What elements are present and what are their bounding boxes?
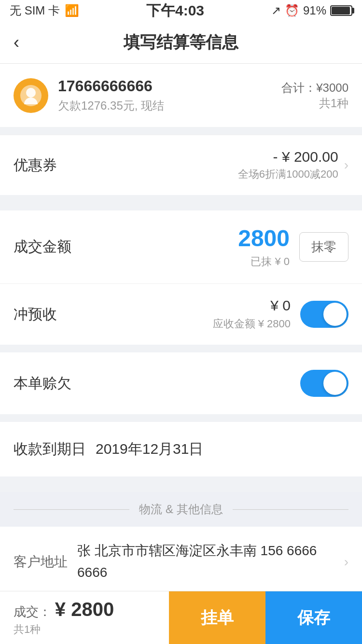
amount-label: 成交金额 bbox=[14, 237, 71, 257]
chevron-right-icon: › bbox=[344, 157, 348, 173]
total-count: 共1种 bbox=[281, 96, 348, 111]
duedate-row: 收款到期日 2019年12月31日 bbox=[0, 422, 362, 476]
address-row[interactable]: 客户地址 张 北京市市辖区海淀区永丰南 156 6666 6666 › bbox=[0, 527, 362, 597]
coupon-discount: - ¥ 200.00 bbox=[238, 149, 338, 165]
amount-row: 成交金额 2800 已抹 ¥ 0 抹零 bbox=[0, 210, 362, 283]
sum-count: 共1种 bbox=[14, 622, 155, 637]
address-value: 张 北京市市辖区海淀区永丰南 156 6666 6666 bbox=[68, 540, 344, 584]
back-button[interactable]: ‹ bbox=[14, 32, 19, 53]
bottom-bar: 成交： ¥ 2800 共1种 挂单 保存 bbox=[0, 591, 362, 644]
sum-label: 成交： bbox=[14, 604, 51, 619]
debt-row: 本单赊欠 bbox=[0, 352, 362, 414]
prepay-label: 冲预收 bbox=[14, 305, 57, 324]
wifi-icon: 📶 bbox=[65, 4, 79, 17]
coupon-row[interactable]: 优惠券 - ¥ 200.00 全场6折满1000减200 › bbox=[0, 135, 362, 195]
alarm-icon: ⏰ bbox=[285, 4, 299, 17]
coupon-description: 全场6折满1000减200 bbox=[238, 167, 338, 182]
carrier-label: 无 SIM 卡 bbox=[10, 3, 60, 18]
amount-value: 2800 bbox=[238, 225, 290, 252]
battery-percent: 91% bbox=[303, 4, 326, 17]
divider-2 bbox=[0, 345, 362, 352]
address-chevron-icon: › bbox=[344, 554, 348, 570]
avatar bbox=[14, 78, 48, 113]
round-button[interactable]: 抹零 bbox=[299, 232, 348, 262]
logistics-divider: 物流 & 其他信息 bbox=[0, 492, 362, 527]
location-icon: ↗ bbox=[271, 4, 281, 17]
divider-1 bbox=[0, 203, 362, 210]
coupon-label: 优惠券 bbox=[14, 155, 57, 175]
save-button[interactable]: 保存 bbox=[265, 591, 362, 644]
battery-icon bbox=[330, 5, 352, 16]
prepay-amount: ¥ 0 bbox=[213, 297, 291, 314]
status-left: 无 SIM 卡 📶 bbox=[10, 3, 79, 18]
debt-toggle[interactable] bbox=[300, 370, 348, 397]
amount-section: 成交金额 2800 已抹 ¥ 0 抹零 冲预收 ¥ 0 应收金额 ¥ 2800 bbox=[0, 210, 362, 345]
duedate-section: 收款到期日 2019年12月31日 bbox=[0, 422, 362, 476]
address-section: 客户地址 张 北京市市辖区海淀区永丰南 156 6666 6666 › bbox=[0, 527, 362, 597]
duedate-value: 2019年12月31日 bbox=[96, 439, 203, 459]
customer-debt: 欠款1276.35元, 现结 bbox=[58, 98, 164, 113]
sum-amount: ¥ 2800 bbox=[55, 599, 114, 620]
nav-bar: ‹ 填写结算等信息 bbox=[0, 21, 362, 64]
customer-info-card: 17666666666 欠款1276.35元, 现结 合计：¥3000 共1种 bbox=[0, 64, 362, 127]
main-content: 17666666666 欠款1276.35元, 现结 合计：¥3000 共1种 … bbox=[0, 64, 362, 644]
amount-sub: 已抹 ¥ 0 bbox=[238, 254, 290, 269]
bottom-buttons: 挂单 保存 bbox=[169, 591, 362, 644]
pending-button[interactable]: 挂单 bbox=[169, 591, 265, 644]
status-bar: 无 SIM 卡 📶 下午4:03 ↗ ⏰ 91% bbox=[0, 0, 362, 21]
bottom-summary: 成交： ¥ 2800 共1种 bbox=[0, 599, 169, 637]
prepay-toggle[interactable] bbox=[300, 301, 348, 328]
page-title: 填写结算等信息 bbox=[124, 31, 238, 54]
prepay-row: 冲预收 ¥ 0 应收金额 ¥ 2800 bbox=[0, 283, 362, 345]
debt-label: 本单赊欠 bbox=[14, 374, 71, 393]
customer-phone: 17666666666 bbox=[58, 77, 164, 95]
divider-line-left bbox=[14, 509, 129, 510]
prepay-sub: 应收金额 ¥ 2800 bbox=[213, 317, 291, 331]
avatar-icon bbox=[20, 85, 42, 106]
status-right: ↗ ⏰ 91% bbox=[271, 4, 352, 17]
debt-section: 本单赊欠 bbox=[0, 352, 362, 414]
divider-3 bbox=[0, 484, 362, 492]
logistics-label: 物流 & 其他信息 bbox=[129, 502, 232, 517]
total-label: 合计：¥3000 bbox=[281, 80, 348, 96]
divider-line-right bbox=[233, 509, 348, 510]
duedate-label: 收款到期日 bbox=[14, 439, 86, 459]
status-time: 下午4:03 bbox=[146, 1, 204, 21]
address-label: 客户地址 bbox=[14, 553, 68, 571]
